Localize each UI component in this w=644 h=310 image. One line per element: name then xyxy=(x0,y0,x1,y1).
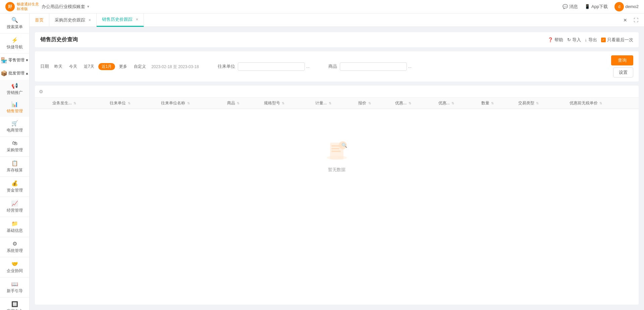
import-icon: ↻ xyxy=(567,37,571,42)
col-partner-name[interactable]: 往来单位名称 ⇅ xyxy=(157,98,223,109)
sort-icon: ⇅ xyxy=(128,101,130,105)
basic-icon: 📁 xyxy=(11,220,18,227)
date-buttons: 昨天 今天 近7天 近1月 更多 自定义 xyxy=(52,63,149,70)
system-icon: ⚙ xyxy=(12,241,17,247)
col-quote[interactable]: 报价 ⇅ xyxy=(354,98,391,109)
empty-text: 暂无数据 xyxy=(328,167,345,173)
logo-icon: 好 xyxy=(5,2,15,11)
product-dots[interactable]: ... xyxy=(408,64,412,69)
app-download-button[interactable]: 📱 App下载 xyxy=(585,4,608,10)
product-input-wrap: ... xyxy=(340,62,412,71)
shortcut-icon: ⚡ xyxy=(11,37,18,43)
marketing-icon: 📢 xyxy=(11,83,18,89)
sidebar-item-basic[interactable]: 📁 基础信息 xyxy=(0,217,29,237)
message-button[interactable]: 💬 消息 xyxy=(562,4,578,10)
tab-bar-right: ✕ ⛶ xyxy=(621,16,644,24)
sidebar-item-system[interactable]: ⚙ 系统管理 xyxy=(0,237,29,257)
partner-input[interactable] xyxy=(238,62,305,71)
download-icon: 📱 xyxy=(585,4,590,9)
col-unit[interactable]: 计量... ⇅ xyxy=(311,98,354,109)
sales-mgmt-icon: 📊 xyxy=(11,101,18,107)
tab-close-purchase[interactable]: × xyxy=(89,18,91,22)
sidebar-item-search[interactable]: 🔍 搜索菜单 xyxy=(0,13,29,34)
tab-bar: 首页 采购历史价跟踪 × 销售历史价跟踪 × ✕ ⛶ xyxy=(30,13,644,27)
col-pretax-price[interactable]: 优惠前无税单价 ⇅ xyxy=(566,98,639,109)
date-btn-7days[interactable]: 近7天 xyxy=(81,63,97,70)
date-btn-more[interactable]: 更多 xyxy=(116,63,130,70)
date-btn-today[interactable]: 今天 xyxy=(66,63,80,70)
col-spec[interactable]: 规格型号 ⇅ xyxy=(260,98,311,109)
search-icon: 🔍 xyxy=(11,17,18,23)
message-icon: 💬 xyxy=(562,4,568,9)
sort-icon: ⇅ xyxy=(368,101,371,105)
date-btn-custom[interactable]: 自定义 xyxy=(131,63,149,70)
page-title: 销售历史价查询 xyxy=(40,36,78,43)
user-avatar-area[interactable]: d demo2 xyxy=(614,2,639,11)
retail-icon: 🏪 xyxy=(1,57,7,63)
sort-icon: ⇅ xyxy=(451,101,454,105)
sidebar-item-operations[interactable]: 📈 经营管理 xyxy=(0,197,29,217)
sort-icon: ⇅ xyxy=(409,101,411,105)
product-input[interactable] xyxy=(340,62,407,71)
export-button[interactable]: ↓ 导出 xyxy=(585,37,597,43)
sidebar-item-marketing[interactable]: 📢 营销推广 xyxy=(0,80,29,98)
maximize-button[interactable]: ⛶ xyxy=(632,16,640,24)
sort-icon: ⇅ xyxy=(599,101,602,105)
filter-row: 日期 昨天 今天 近7天 近1月 更多 自定义 2023-02-18 至 202… xyxy=(40,55,633,78)
sidebar-item-inventory[interactable]: 📋 库存核算 xyxy=(0,157,29,177)
date-range-display: 2023-02-18 至 2023-03-18 xyxy=(151,64,199,70)
chevron-down-icon: ▼ xyxy=(87,5,90,8)
col-partner-code[interactable]: 往来单位 ⇅ xyxy=(106,98,157,109)
col-discount1[interactable]: 优惠... ⇅ xyxy=(391,98,434,109)
content-area: 首页 采购历史价跟踪 × 销售历史价跟踪 × ✕ ⛶ 销售历史价查询 xyxy=(30,13,644,310)
col-trade-type[interactable]: 交易类型 ⇅ xyxy=(514,98,566,109)
partner-dots[interactable]: ... xyxy=(306,64,310,69)
tab-home[interactable]: 首页 xyxy=(30,13,49,27)
svg-rect-3 xyxy=(331,148,339,149)
sidebar-item-ecommerce[interactable]: 🛒 电商管理 xyxy=(0,117,29,137)
top-bar-right: 💬 消息 📱 App下载 d demo2 xyxy=(562,2,639,11)
sidebar-item-guide[interactable]: 📖 新手引导 xyxy=(0,277,29,298)
ecommerce-icon: 🛒 xyxy=(11,120,18,126)
logo-text: 畅捷通好生意 标准版 xyxy=(17,2,39,11)
sidebar-item-cooperation[interactable]: 🤝 企业协同 xyxy=(0,257,29,277)
svg-rect-4 xyxy=(331,151,341,152)
sort-icon: ⇅ xyxy=(491,101,494,105)
sort-icon: ⇅ xyxy=(329,101,331,105)
tab-sales[interactable]: 销售历史价跟踪 × xyxy=(97,13,144,27)
page-header-actions: ❓ 帮助 ↻ 导入 ↓ 导出 ✓ 只看最后一次 xyxy=(548,37,634,43)
sidebar-item-purchase[interactable]: 🛍 采购管理 xyxy=(0,137,29,157)
date-btn-yesterday[interactable]: 昨天 xyxy=(52,63,65,70)
table-header-row: 业务发生... ⇅ 往来单位 ⇅ 往来单位名称 ⇅ xyxy=(35,98,639,109)
empty-illustration: 🔍 xyxy=(323,136,350,163)
only-last-checkbox[interactable]: ✓ 只看最后一次 xyxy=(601,37,633,43)
table-wrap: ⚙ 业务发生... ⇅ 往来单位 ⇅ xyxy=(35,86,639,305)
settings-button[interactable]: 设置 xyxy=(613,67,633,78)
sidebar-item-retail[interactable]: 🏪 零售管理 ▼ xyxy=(0,54,29,67)
date-btn-1month[interactable]: 近1月 xyxy=(98,63,115,70)
partner-input-wrap: ... xyxy=(238,62,310,71)
close-all-tabs-button[interactable]: ✕ xyxy=(621,16,629,24)
col-biz-date[interactable]: 业务发生... ⇅ xyxy=(48,98,106,109)
partner-filter: 往来单位 ... xyxy=(218,62,310,71)
checkbox-icon: ✓ xyxy=(601,38,606,42)
help-button[interactable]: ❓ 帮助 xyxy=(548,37,563,43)
tab-close-sales[interactable]: × xyxy=(136,17,138,22)
chevron-up-icon: ▲ xyxy=(25,71,29,75)
purchase-icon: 🛍 xyxy=(12,140,17,146)
query-button[interactable]: 查询 xyxy=(611,55,633,65)
sidebar-item-finance[interactable]: 💰 资金管理 xyxy=(0,177,29,197)
sidebar-item-apps[interactable]: 🔲 应用中心 xyxy=(0,298,29,310)
sidebar-item-sales-mgmt[interactable]: 📊 销售管理 xyxy=(0,98,29,117)
table-settings-icon[interactable]: ⚙ xyxy=(39,89,43,94)
import-button[interactable]: ↻ 导入 xyxy=(567,37,581,43)
col-quantity[interactable]: 数量 ⇅ xyxy=(477,98,514,109)
col-product[interactable]: 商品 ⇅ xyxy=(223,98,260,109)
sidebar-item-shortcut[interactable]: ⚡ 快捷导航 xyxy=(0,34,29,54)
col-discount2[interactable]: 优惠... ⇅ xyxy=(434,98,477,109)
sort-icon: ⇅ xyxy=(73,101,76,105)
col-settings xyxy=(35,98,48,109)
sidebar-item-wholesale[interactable]: 📦 批发管理 ▲ xyxy=(0,67,29,80)
tab-purchase[interactable]: 采购历史价跟踪 × xyxy=(49,13,97,27)
app-selector[interactable]: 办公用品行业模拟账套 ▼ xyxy=(42,4,90,10)
